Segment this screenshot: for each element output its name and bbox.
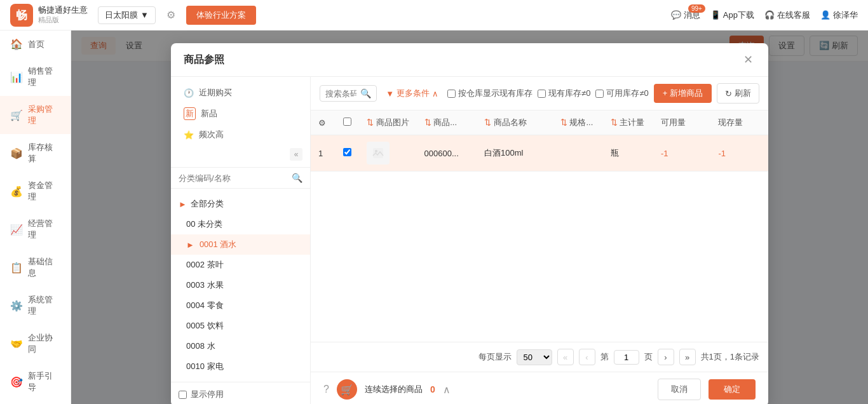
company-select[interactable]: 日太阳膜 ▼ xyxy=(98,6,156,24)
tree-item-all[interactable]: ► 全部分类 xyxy=(171,194,310,214)
tree-item-0005[interactable]: 0005 饮料 xyxy=(171,316,310,336)
col-gear-icon: ⚙ xyxy=(318,118,326,128)
company-name: 日太阳膜 xyxy=(105,10,138,21)
tree-item-0001[interactable]: ► 0001 酒水 xyxy=(171,234,310,255)
new-product-button[interactable]: + 新增商品 xyxy=(654,84,712,103)
category-search-icon[interactable]: 🔍 xyxy=(292,173,302,183)
sidebar-item-operations[interactable]: 📈 经营管理 xyxy=(0,210,71,248)
product-table: ⚙ ⇅ 商品图片 xyxy=(311,111,768,172)
enterprise-icon: 🤝 xyxy=(10,338,23,350)
product-search-icon[interactable]: 🔍 xyxy=(360,88,371,98)
tree-label-0002: 0002 茶叶 xyxy=(186,259,224,271)
sidebar-item-apps[interactable]: 📱 应用中心 xyxy=(0,401,71,404)
new-icon: 新 xyxy=(184,107,196,120)
sidebar-item-finance[interactable]: 💰 资金管理 xyxy=(0,172,71,210)
product-search-input[interactable] xyxy=(325,89,356,98)
finance-icon: 💰 xyxy=(10,185,23,198)
col-header-stock[interactable]: 现存量 xyxy=(710,111,768,135)
gear-icon[interactable]: ⚙ xyxy=(161,5,181,25)
next-page-button[interactable]: › xyxy=(658,349,674,365)
confirm-button[interactable]: 确定 xyxy=(709,379,756,400)
sidebar-item-guide[interactable]: 🎯 新手引导 xyxy=(0,363,71,401)
warehouse-checkbox[interactable] xyxy=(447,90,456,98)
available-checkbox[interactable] xyxy=(595,90,604,98)
sidebar-item-system[interactable]: ⚙️ 系统管理 xyxy=(0,286,71,325)
sidebar-item-purchase[interactable]: 🛒 采购管理 xyxy=(0,96,71,134)
table-row[interactable]: 1 xyxy=(311,135,768,172)
first-page-button[interactable]: « xyxy=(557,349,574,365)
sidebar-label-home: 首页 xyxy=(28,39,44,50)
show-disabled-label: 显示停用 xyxy=(191,389,224,400)
col-header-available[interactable]: 可用量 xyxy=(653,111,710,135)
sidebar-item-basic[interactable]: 📋 基础信息 xyxy=(0,248,71,286)
stock-checkbox[interactable] xyxy=(538,90,546,98)
col-header-unit[interactable]: ⇅ 主计量 xyxy=(603,111,653,135)
tree-label-0001: 0001 酒水 xyxy=(200,239,237,250)
last-page-button[interactable]: » xyxy=(679,349,696,365)
tree-label-0008: 0008 水 xyxy=(186,340,215,352)
col-header-spec[interactable]: ⇅ 规格... xyxy=(553,111,603,135)
online-service-item[interactable]: 🎧 在线客服 xyxy=(764,10,810,21)
checkbox-stock-not-zero[interactable]: 现有库存≠0 xyxy=(538,88,590,99)
tree-label-0003: 0003 水果 xyxy=(186,279,224,291)
category-tree: ► 全部分类 00 未分类 ► 0001 酒水 0002 茶 xyxy=(171,189,310,382)
tree-arrow-all: ► xyxy=(179,199,187,209)
collapse-icon[interactable]: ∧ xyxy=(443,384,451,396)
tree-item-0004[interactable]: 0004 零食 xyxy=(171,295,310,316)
category-search-input[interactable] xyxy=(179,173,288,183)
new-label: 新品 xyxy=(201,108,217,119)
tree-item-0010[interactable]: 0010 家电 xyxy=(171,356,310,377)
app-download-item[interactable]: 📱 App下载 xyxy=(710,10,754,21)
trial-button[interactable]: 体验行业方案 xyxy=(186,6,256,25)
sidebar-label-guide: 新手引导 xyxy=(28,370,60,393)
col-header-code[interactable]: ⇅ 商品... xyxy=(417,111,477,135)
modal-footer: ? 🛒 连续选择的商品 0 ∧ 取消 确定 xyxy=(311,372,768,404)
cancel-button[interactable]: 取消 xyxy=(658,379,701,400)
sidebar-item-inventory[interactable]: 📦 库存核算 xyxy=(0,134,71,172)
filter-label: 更多条件 xyxy=(397,88,430,99)
refresh-button[interactable]: ↻ 刷新 xyxy=(717,83,759,104)
product-table-container: ⚙ ⇅ 商品图片 xyxy=(311,111,768,342)
show-disabled-checkbox[interactable] xyxy=(179,391,187,399)
checkbox-available-not-zero[interactable]: 可用库存≠0 xyxy=(595,88,648,99)
modal-close-button[interactable]: ✕ xyxy=(740,52,756,67)
sort-icon-spec: ⇅ xyxy=(560,118,567,127)
new-products-item[interactable]: 新 新品 xyxy=(179,104,302,124)
recent-purchases-item[interactable]: 🕐 近期购买 xyxy=(179,83,302,102)
sidebar-label-finance: 资金管理 xyxy=(28,180,60,203)
page-number-input[interactable] xyxy=(614,350,639,365)
page-label: 第 xyxy=(600,351,609,363)
user-item[interactable]: 👤 徐泽华 xyxy=(820,10,858,21)
col-header-gear: ⚙ xyxy=(311,111,336,135)
left-collapse-button[interactable]: « xyxy=(290,148,302,161)
prev-page-button[interactable]: ‹ xyxy=(579,349,595,365)
help-icon[interactable]: ? xyxy=(323,384,329,395)
sort-icon-name: ⇅ xyxy=(484,118,491,127)
tree-item-0002[interactable]: 0002 茶叶 xyxy=(171,255,310,275)
page-size-label: 每页显示 xyxy=(478,351,512,363)
select-all-checkbox[interactable] xyxy=(343,118,351,126)
product-image xyxy=(367,142,390,165)
sidebar-item-enterprise[interactable]: 🤝 企业协同 xyxy=(0,325,71,363)
row-checkbox[interactable] xyxy=(343,148,351,156)
message-item[interactable]: 💬 消息 99+ xyxy=(671,10,700,21)
cart-icon[interactable]: 🛒 xyxy=(337,379,357,400)
sort-icon-image: ⇅ xyxy=(367,118,374,127)
tree-item-0003[interactable]: 0003 水果 xyxy=(171,275,310,295)
frequent-item[interactable]: ⭐ 频次高 xyxy=(179,125,302,144)
tree-item-00[interactable]: 00 未分类 xyxy=(171,214,310,234)
filter-button[interactable]: ▼ 更多条件 ∧ xyxy=(382,85,442,102)
tree-item-0008[interactable]: 0008 水 xyxy=(171,336,310,356)
tree-label-0005: 0005 饮料 xyxy=(186,320,224,332)
pagination-row: 每页显示 10 20 50 100 « ‹ 第 页 xyxy=(311,342,768,372)
inventory-icon: 📦 xyxy=(10,147,23,159)
sidebar-item-sales[interactable]: 📊 销售管理 xyxy=(0,58,71,96)
product-reference-modal: 商品参照 ✕ 🕐 近期购买 新 新 xyxy=(171,43,768,404)
sidebar-item-home[interactable]: 🏠 首页 xyxy=(0,30,71,58)
cell-available: -1 xyxy=(653,135,710,172)
checkbox-show-warehouse[interactable]: 按仓库显示现有库存 xyxy=(447,88,532,99)
quick-nav: 🕐 近期购买 新 新品 ⭐ 频次高 « xyxy=(171,77,310,168)
col-header-name[interactable]: ⇅ 商品名称 xyxy=(477,111,553,135)
page-size-select[interactable]: 10 20 50 100 xyxy=(517,349,552,365)
filter-chevron-icon: ∧ xyxy=(432,89,438,98)
